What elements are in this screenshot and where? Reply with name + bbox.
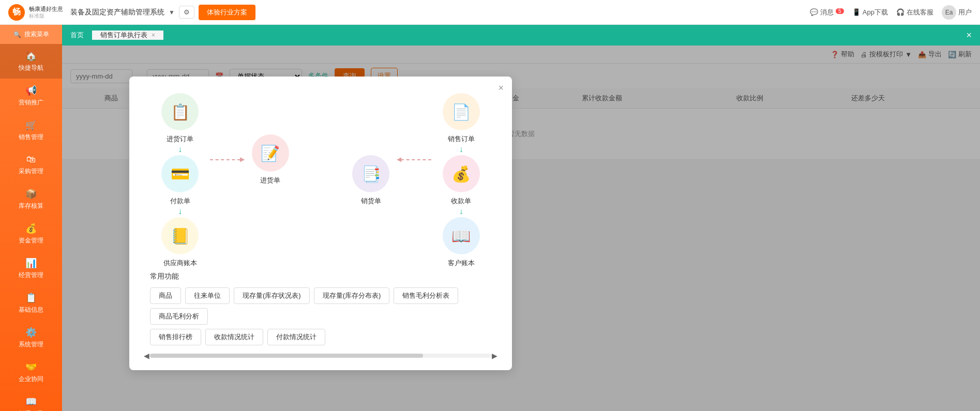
sidebar-item-label: 系统管理: [19, 340, 43, 349]
sales-icon: 🛒: [25, 119, 37, 131]
content-area: 首页 销售订单执行表 × × ❓ 帮助: [62, 25, 980, 411]
arrow-down-2: ↓: [178, 207, 182, 216]
sidebar-item-system[interactable]: ⚙️ 系统管理: [0, 321, 62, 355]
finance-icon: 💰: [25, 223, 37, 234]
cf-btn-partners[interactable]: 往来单位: [185, 287, 230, 304]
flow-purchase-order: 📋 进货订单: [161, 93, 199, 144]
popup-scrollbar[interactable]: ◀ ▶: [150, 354, 491, 358]
flow-purchase-bill: 📝 进货单: [252, 134, 289, 185]
marketing-icon: 📢: [25, 85, 37, 96]
cf-btn-receipt-stat[interactable]: 收款情况统计: [205, 329, 263, 345]
supplier-ledger-label: 供应商账本: [163, 258, 197, 268]
sidebar-item-purchase[interactable]: 🛍 采购管理: [0, 148, 62, 182]
arrow-down-4: ↓: [459, 207, 463, 216]
app-download-label: App下载: [863, 8, 888, 17]
common-functions: 常用功能 商品 往来单位 现存量(库存状况表) 现存量(库存分布表) 销售毛利分…: [150, 272, 491, 345]
receipt-icon: 💰: [451, 165, 471, 183]
sidebar-item-operations[interactable]: 📊 经营管理: [0, 251, 62, 286]
customer-ledger-label: 客户账本: [448, 258, 475, 268]
tab-bar-close-btn[interactable]: ×: [966, 30, 980, 41]
popup-close-btn[interactable]: ×: [498, 83, 504, 94]
header-right: 💬 消息 5 📱 App下载 🎧 在线客服 Ea 用户: [810, 5, 972, 20]
sidebar-item-inventory[interactable]: 📦 库存核算: [0, 182, 62, 217]
flow-col-right: 📄 销售订单 ↓ 💰 收款单: [431, 93, 491, 268]
search-label: 搜索菜单: [24, 30, 49, 39]
sales-bill-circle: 📑: [352, 155, 389, 192]
arrow-h-2: ◀: [401, 159, 431, 160]
sidebar-item-enterprise[interactable]: 🤝 企业协同: [0, 355, 62, 390]
cf-buttons-row2: 销售排行榜 收款情况统计 付款情况统计: [150, 329, 491, 345]
purchase-order-circle: 📋: [161, 93, 199, 130]
sidebar-item-label: 销售管理: [19, 133, 43, 142]
search-icon: 🔍: [13, 31, 21, 38]
flow-receipt: 💰 收款单: [443, 155, 480, 206]
operations-icon: 📊: [25, 257, 37, 269]
sidebar-item-label: 营销推广: [19, 98, 43, 107]
user-label: 用户: [958, 8, 972, 17]
popup: × 📋 进货订单 ↓: [129, 77, 512, 370]
cf-btn-stock-status[interactable]: 现存量(库存状况表): [234, 287, 310, 304]
cf-btn-payment-stat[interactable]: 付款情况统计: [267, 329, 325, 345]
home-icon: 🏠: [25, 50, 37, 62]
header-center: 装备及固定资产辅助管理系统 ▼ ⚙ 体验行业方案: [70, 5, 810, 20]
payment-icon: 💳: [171, 165, 190, 183]
sales-order-icon: 📄: [451, 103, 471, 121]
enterprise-icon: 🤝: [25, 361, 37, 373]
inventory-icon: 📦: [25, 188, 37, 200]
page-content: ❓ 帮助 🖨 按模板打印 ▼ 📤 导出 🔄: [62, 45, 980, 411]
sidebar-item-label: 资金管理: [19, 236, 43, 245]
flow-col-purchase-bill: 📝 进货单: [240, 134, 300, 185]
sidebar-item-sales[interactable]: 🛒 销售管理: [0, 113, 62, 148]
search-menu-item[interactable]: 🔍 搜索菜单: [0, 25, 62, 44]
scroll-right-btn[interactable]: ▶: [492, 352, 497, 360]
sidebar-item-marketing[interactable]: 📢 营销推广: [0, 79, 62, 113]
purchase-bill-icon: 📝: [261, 144, 280, 162]
purchase-order-label: 进货订单: [167, 134, 193, 144]
message-badge: 5: [836, 8, 844, 14]
cf-btn-goods-profit[interactable]: 商品毛利分析: [150, 308, 208, 325]
message-icon: 💬: [810, 8, 818, 16]
cf-btn-sales-rank[interactable]: 销售排行榜: [150, 329, 201, 345]
cf-btn-stock-dist[interactable]: 现存量(库存分布表): [314, 287, 390, 304]
system-icon: ⚙️: [25, 327, 37, 338]
logo-area: 畅 畅康通好生意 标准版: [8, 4, 70, 21]
app-wrapper: 畅 畅康通好生意 标准版 装备及固定资产辅助管理系统 ▼ ⚙ 体验行业方案 💬 …: [0, 0, 980, 411]
message-action[interactable]: 💬 消息 5: [810, 8, 844, 17]
app-download-action[interactable]: 📱 App下载: [852, 8, 888, 17]
tab-home[interactable]: 首页: [62, 31, 92, 40]
sidebar-item-guide[interactable]: 📖 新手引导: [0, 390, 62, 411]
service-icon: 🎧: [896, 8, 904, 16]
cf-btn-goods[interactable]: 商品: [150, 287, 181, 304]
sidebar-item-label: 经营管理: [19, 271, 43, 280]
sidebar-item-label: 采购管理: [19, 167, 43, 176]
online-service-action[interactable]: 🎧 在线客服: [896, 8, 933, 17]
flow-payment: 💳 付款单: [161, 155, 199, 206]
flow-col-left: 📋 进货订单 ↓ 💳 付款单: [150, 93, 210, 268]
experience-btn[interactable]: 体验行业方案: [199, 5, 255, 20]
sidebar: 🔍 搜索菜单 🏠 快捷导航 📢 营销推广 🛒 销售管理 🛍 采购管理 📦: [0, 25, 62, 411]
purchase-order-icon: 📋: [171, 103, 190, 121]
flow-supplier-ledger: 📒 供应商账本: [161, 217, 199, 268]
cf-title: 常用功能: [150, 272, 491, 281]
overlay[interactable]: × 📋 进货订单 ↓: [62, 45, 980, 411]
cf-btn-sales-profit[interactable]: 销售毛利分析表: [394, 287, 458, 304]
sidebar-item-label: 快捷导航: [19, 64, 43, 72]
arrow-down-1: ↓: [178, 145, 182, 154]
sidebar-item-finance[interactable]: 💰 资金管理: [0, 217, 62, 251]
scroll-left-btn[interactable]: ◀: [144, 352, 149, 360]
customer-ledger-icon: 📖: [451, 227, 471, 245]
system-dropdown-btn[interactable]: ▼: [169, 9, 175, 16]
sidebar-item-quick-nav[interactable]: 🏠 快捷导航: [0, 44, 62, 79]
sidebar-item-label: 库存核算: [19, 202, 43, 210]
tab-close-btn[interactable]: ×: [152, 32, 155, 39]
receipt-label: 收款单: [451, 196, 471, 206]
gear-btn[interactable]: ⚙: [179, 6, 194, 19]
guide-icon: 📖: [25, 396, 37, 407]
system-title: 装备及固定资产辅助管理系统: [70, 8, 164, 17]
scroll-thumb: [150, 354, 423, 358]
top-header: 畅 畅康通好生意 标准版 装备及固定资产辅助管理系统 ▼ ⚙ 体验行业方案 💬 …: [0, 0, 980, 25]
sidebar-item-basic-info[interactable]: 📋 基础信息: [0, 286, 62, 321]
payment-circle: 💳: [161, 155, 199, 192]
tab-sales-order-exec[interactable]: 销售订单执行表 ×: [92, 31, 163, 40]
user-action[interactable]: Ea 用户: [942, 5, 972, 20]
